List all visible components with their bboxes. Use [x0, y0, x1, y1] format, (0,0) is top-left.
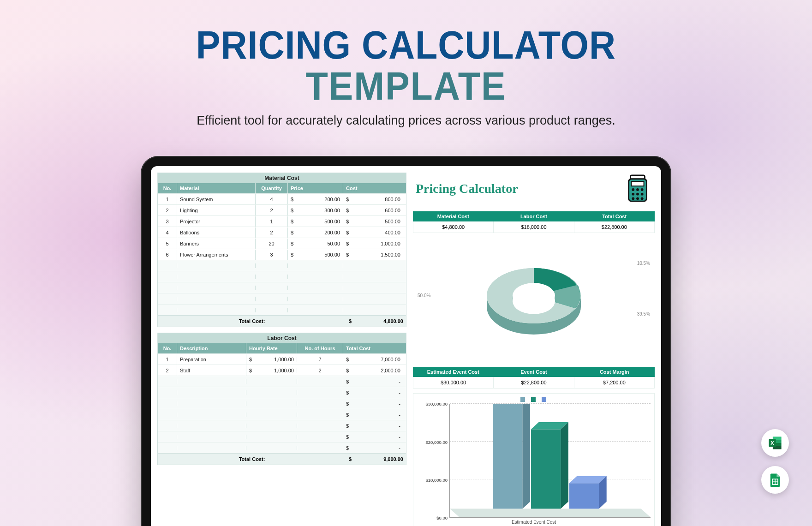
labor-header-row: No. Description Hourly Rate No. of Hours…	[158, 343, 406, 353]
material-cost-table: Material Cost No. Material Quantity Pric…	[157, 173, 406, 327]
donut-pct-b: 39.5%	[637, 311, 650, 317]
bar-chart: $30,000.00 $20,000.00 $10,000.00 $0.00	[413, 393, 655, 526]
col-no: No.	[158, 183, 177, 193]
table-row: $-	[158, 387, 406, 398]
svg-point-11	[641, 197, 644, 200]
table-row	[158, 260, 406, 271]
sheets-badge	[761, 466, 789, 494]
svg-point-4	[636, 188, 639, 191]
labor-total-value: $9,000.00	[346, 454, 406, 465]
donut-chart: 50.0% 10.5% 39.5%	[413, 238, 655, 362]
summary-1-head: Material Cost Labor Cost Total Cost	[413, 211, 655, 221]
svg-point-6	[632, 193, 634, 196]
labor-title: Labor Cost	[158, 333, 406, 343]
sum1-h1: Material Cost	[413, 211, 494, 221]
table-row: $-	[158, 431, 406, 442]
bar-y-axis: $30,000.00 $20,000.00 $10,000.00 $0.00	[417, 404, 449, 518]
sum2-v2: $22,800.00	[494, 377, 574, 388]
svg-point-5	[641, 188, 644, 191]
labor-cost-table: Labor Cost No. Description Hourly Rate N…	[157, 333, 406, 465]
legend-swatch-3	[542, 397, 546, 402]
table-row: $-	[158, 420, 406, 431]
donut-pct-c: 10.5%	[637, 261, 650, 266]
table-row: $-	[158, 442, 406, 453]
svg-point-3	[632, 188, 634, 191]
svg-marker-16	[450, 509, 651, 517]
bar-1	[493, 404, 530, 509]
bar-plot	[449, 404, 651, 518]
sum1-v3: $22,800.00	[574, 221, 654, 233]
y-tick: $20,000.00	[425, 439, 448, 444]
table-row	[158, 271, 406, 282]
svg-point-8	[641, 193, 644, 196]
col-material: Material	[177, 183, 256, 193]
hero-subtitle: Efficient tool for accurately calculatin…	[0, 114, 812, 128]
svg-rect-2	[631, 182, 644, 186]
material-total-value: $4,800.00	[346, 316, 406, 327]
sum2-v1: $30,000.00	[413, 377, 494, 388]
left-column: Material Cost No. Material Quantity Pric…	[157, 173, 406, 526]
table-row: 1Preparation$1,000.007$7,000.00	[158, 353, 406, 365]
bar-x-label: Estimated Event Cost	[417, 518, 651, 525]
table-row: 5Banners20$50.00$1,000.00	[158, 238, 406, 249]
col-total-cost: Total Cost	[343, 343, 403, 353]
table-row: 2Lighting2$300.00$600.00	[158, 204, 406, 215]
table-row: $-	[158, 376, 406, 387]
table-row: $-	[158, 409, 406, 420]
table-row	[158, 293, 406, 304]
svg-rect-20	[531, 429, 561, 508]
y-tick: $0.00	[436, 515, 448, 520]
summary-1: Material Cost Labor Cost Total Cost $4,8…	[413, 211, 655, 233]
table-row	[158, 282, 406, 293]
summary-2-vals: $30,000.00 $22,800.00 $7,200.00	[413, 377, 655, 389]
hero-title-1: PRICING CALCULATOR	[32, 22, 779, 68]
bar-3	[569, 476, 607, 509]
summary-2: Estimated Event Cost Event Cost Cost Mar…	[413, 367, 655, 389]
legend-swatch-1	[520, 397, 525, 402]
table-row	[158, 304, 406, 315]
tablet-screen: Material Cost No. Material Quantity Pric…	[151, 166, 661, 526]
svg-rect-17	[493, 404, 522, 509]
calculator-icon	[623, 174, 652, 203]
sum1-h3: Total Cost	[574, 211, 655, 221]
svg-rect-23	[569, 483, 599, 508]
sum1-v2: $18,000.00	[494, 221, 574, 233]
svg-marker-19	[522, 404, 530, 509]
donut-pct-a: 50.0%	[418, 293, 430, 298]
col-desc: Description	[177, 343, 246, 353]
hero: PRICING CALCULATOR TEMPLATE Efficient to…	[0, 0, 812, 128]
col-cost: Cost	[343, 183, 403, 193]
right-column: Pricing Calculator Material Cost Labor C…	[413, 173, 655, 526]
col-hourly-rate: Hourly Rate	[246, 343, 297, 353]
svg-point-15	[513, 288, 555, 314]
table-row: 4Balloons2$200.00$400.00	[158, 227, 406, 238]
col-num-hours: No. of Hours	[297, 343, 343, 353]
bar-2	[531, 422, 568, 509]
svg-point-10	[636, 197, 639, 200]
table-row: 6Flower Arrangements3$500.00$1,500.00	[158, 249, 406, 260]
sum2-h1: Estimated Event Cost	[413, 367, 494, 377]
summary-2-head: Estimated Event Cost Event Cost Cost Mar…	[413, 367, 655, 377]
app-badges: X	[761, 429, 789, 494]
hero-title-2: TEMPLATE	[32, 63, 779, 109]
pricing-calc-title: Pricing Calculator	[416, 181, 518, 196]
bar-legend	[417, 397, 651, 402]
table-row: 3Projector1$500.00$500.00	[158, 215, 406, 227]
material-header-row: No. Material Quantity Price Cost	[158, 183, 406, 193]
svg-marker-22	[561, 422, 568, 509]
col-qty: Quantity	[256, 183, 288, 193]
material-title: Material Cost	[158, 173, 406, 183]
labor-total-row: Total Cost: $9,000.00	[158, 453, 406, 465]
legend-swatch-2	[531, 397, 536, 402]
table-row: 2Staff$1,000.002$2,000.00	[158, 365, 406, 376]
tablet-frame: Material Cost No. Material Quantity Pric…	[141, 156, 671, 526]
material-total-row: Total Cost: $4,800.00	[158, 315, 406, 327]
table-row: $-	[158, 398, 406, 409]
sum2-h2: Event Cost	[494, 367, 574, 377]
summary-1-vals: $4,800.00 $18,000.00 $22,800.00	[413, 221, 655, 233]
col-no: No.	[158, 343, 177, 353]
svg-point-7	[636, 193, 639, 196]
sum2-v3: $7,200.00	[574, 377, 654, 388]
sheets-icon	[767, 472, 783, 488]
material-total-label: Total Cost:	[158, 316, 346, 327]
